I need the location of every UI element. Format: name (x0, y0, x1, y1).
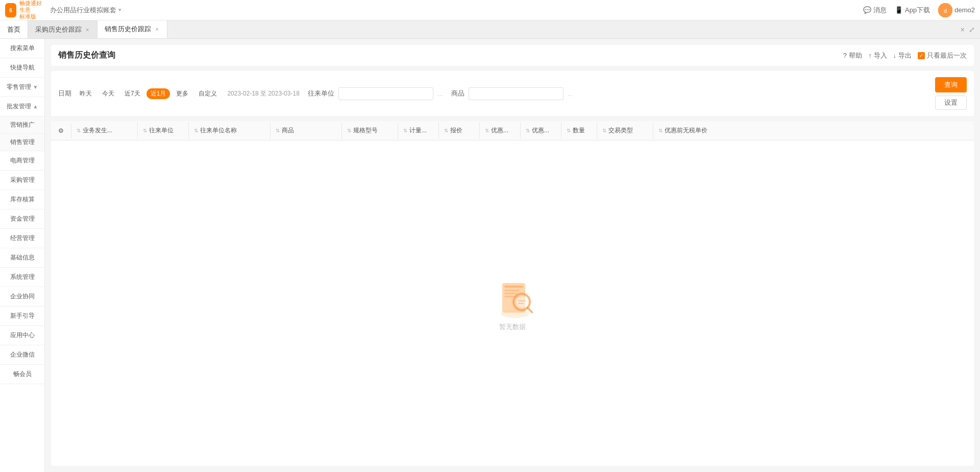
tab-purchase-history-close[interactable]: × (85, 26, 90, 34)
sort-icon-biz: ⇅ (77, 128, 81, 133)
sidebar-search-label: 搜索菜单 (10, 44, 35, 53)
partner-dots[interactable]: ... (437, 90, 443, 98)
sort-icon-goods: ⇅ (276, 128, 280, 133)
goods-dots[interactable]: ... (568, 90, 573, 98)
date-chip-1month[interactable]: 近1月 (146, 88, 170, 99)
partner-label: 往来单位 (308, 89, 334, 98)
tab-purchase-history[interactable]: 采购历史价跟踪 × (28, 20, 97, 38)
sort-icon-unit: ⇅ (403, 128, 407, 133)
th-qty[interactable]: ⇅ 数量 (561, 122, 597, 139)
th-spec[interactable]: ⇅ 规格型号 (342, 122, 398, 139)
page-title: 销售历史价查询 (58, 50, 115, 61)
sort-icon-qty: ⇅ (567, 128, 571, 133)
top-bar-right: 💬 消息 📱 App下载 d demo2 (863, 3, 975, 17)
sidebar-item-marketing[interactable]: 营销推广 (0, 116, 44, 134)
th-partner-code[interactable]: ⇅ 往来单位 (138, 122, 189, 139)
only-last-checkbox-area[interactable]: ✓ 只看最后一次 (918, 51, 967, 60)
logo-text: 畅捷通好生意 标准版 (19, 0, 46, 20)
sidebar-item-system-mgmt[interactable]: 系统管理 (0, 268, 44, 287)
tab-expand-icon[interactable]: ⤢ (969, 26, 975, 34)
content-area: 销售历史价查询 ? 帮助 ↑ 导入 ↓ 导出 ✓ (45, 39, 980, 472)
dropdown-icon: ▾ (118, 7, 121, 13)
goods-filter-group: 商品 ... (451, 87, 573, 100)
top-bar: 6 畅捷通好生意 标准版 办公用品行业模拟账套 ▾ 💬 消息 📱 App下载 d… (0, 0, 980, 20)
partner-input[interactable] (338, 87, 433, 100)
date-chips: 昨天 今天 近7天 近1月 更多 自定义 (76, 88, 221, 99)
export-btn[interactable]: ↓ 导出 (893, 51, 912, 60)
sidebar-item-purchase-mgmt[interactable]: 采购管理 (0, 171, 44, 190)
sidebar-item-new-guide[interactable]: 新手引导 (0, 306, 44, 326)
partner-filter-group: 往来单位 ... (308, 87, 443, 100)
import-icon: ↑ (868, 52, 872, 59)
sort-icon-disc2: ⇅ (526, 128, 530, 133)
tab-home[interactable]: 首页 (0, 20, 28, 38)
message-icon: 💬 (863, 6, 871, 14)
sidebar-item-enterprise-wechat[interactable]: 企业微信 (0, 345, 44, 365)
logo-area: 6 畅捷通好生意 标准版 (5, 0, 46, 20)
sort-icon-notax: ⇅ (658, 128, 663, 133)
th-biz-date[interactable]: ⇅ 业务发生... (71, 122, 138, 139)
user-area[interactable]: d demo2 (938, 3, 975, 17)
sidebar-item-app-center[interactable]: 应用中心 (0, 326, 44, 345)
help-btn[interactable]: ? 帮助 (843, 51, 862, 60)
th-price[interactable]: ⇅ 报价 (439, 122, 480, 139)
th-gear[interactable]: ⚙ (51, 123, 71, 138)
only-last-checkbox[interactable]: ✓ (918, 52, 925, 59)
app-download-btn[interactable]: 📱 App下载 (895, 6, 930, 15)
message-btn[interactable]: 💬 消息 (863, 6, 887, 15)
tab-sales-history[interactable]: 销售历史价跟踪 × (97, 20, 167, 38)
sidebar-item-quick-nav[interactable]: 快捷导航 (0, 58, 44, 78)
date-chip-custom[interactable]: 自定义 (194, 88, 221, 99)
filter-bar: 日期 昨天 今天 近7天 近1月 更多 自定义 2023-02-18 至 202… (51, 71, 974, 116)
sort-icon-price: ⇅ (444, 128, 448, 133)
logo-icon: 6 (5, 3, 16, 17)
th-partner-name[interactable]: ⇅ 往来单位名称 (189, 122, 271, 139)
gear-icon: ⚙ (58, 127, 64, 134)
goods-input[interactable] (469, 87, 564, 100)
page-title-bar: 销售历史价查询 ? 帮助 ↑ 导入 ↓ 导出 ✓ (51, 45, 974, 66)
sort-icon-spec: ⇅ (347, 128, 351, 133)
sidebar-quicknav-label: 快捷导航 (10, 63, 35, 72)
date-chip-7days[interactable]: 近7天 (120, 88, 144, 99)
chevron-down-icon: ▼ (33, 84, 38, 90)
date-chip-today[interactable]: 今天 (98, 88, 118, 99)
th-trade-type[interactable]: ⇅ 交易类型 (597, 122, 653, 139)
th-notax-price[interactable]: ⇅ 优惠前无税单价 (653, 122, 974, 139)
top-bar-left: 6 畅捷通好生意 标准版 办公用品行业模拟账套 ▾ (5, 0, 121, 20)
tab-bar: 首页 采购历史价跟踪 × 销售历史价跟踪 × × ⤢ (0, 20, 980, 39)
sidebar-item-member[interactable]: 畅会员 (0, 365, 44, 384)
sidebar-item-retail-mgmt[interactable]: 零售管理 ▼ (0, 78, 44, 97)
sidebar-item-operation-mgmt[interactable]: 经营管理 (0, 229, 44, 248)
export-icon: ↓ (893, 52, 897, 59)
th-unit[interactable]: ⇅ 计量... (398, 122, 439, 139)
app-title[interactable]: 办公用品行业模拟账套 ▾ (50, 6, 121, 15)
sort-icon-disc1: ⇅ (485, 128, 489, 133)
sidebar-item-search-menu[interactable]: 搜索菜单 (0, 39, 44, 58)
svg-rect-6 (504, 286, 523, 288)
sidebar-item-sales-mgmt[interactable]: 销售管理 (0, 134, 44, 151)
empty-svg (492, 275, 538, 321)
sidebar-item-inventory[interactable]: 库存核算 (0, 190, 44, 209)
date-chip-yesterday[interactable]: 昨天 (76, 88, 96, 99)
sidebar-item-basic-info[interactable]: 基础信息 (0, 248, 44, 268)
svg-text:6: 6 (9, 8, 12, 13)
sidebar-item-enterprise-coop[interactable]: 企业协同 (0, 287, 44, 306)
import-btn[interactable]: ↑ 导入 (868, 51, 887, 60)
sidebar-item-ecommerce-mgmt[interactable]: 电商管理 (0, 151, 44, 171)
date-range-text: 2023-02-18 至 2023-03-18 (227, 89, 299, 98)
th-disc2[interactable]: ⇅ 优惠... (521, 122, 561, 139)
svg-rect-7 (504, 290, 520, 291)
svg-line-12 (527, 308, 532, 312)
sidebar-item-wholesale-mgmt[interactable]: 批发管理 ▲ (0, 97, 44, 116)
th-disc1[interactable]: ⇅ 优惠... (480, 122, 521, 139)
tab-close-all-icon[interactable]: × (961, 26, 965, 34)
date-chip-more[interactable]: 更多 (172, 88, 192, 99)
tab-sales-history-close[interactable]: × (154, 25, 159, 33)
th-goods[interactable]: ⇅ 商品 (271, 122, 342, 139)
svg-text:d: d (944, 8, 947, 14)
settings-button[interactable]: 设置 (935, 96, 967, 110)
sidebar-item-fund-mgmt[interactable]: 资金管理 (0, 209, 44, 229)
query-button[interactable]: 查询 (935, 77, 967, 92)
empty-text: 暂无数据 (499, 322, 526, 332)
sidebar: 搜索菜单 快捷导航 零售管理 ▼ 批发管理 ▲ 营销推广 销售管理 电商管理 采… (0, 39, 45, 472)
